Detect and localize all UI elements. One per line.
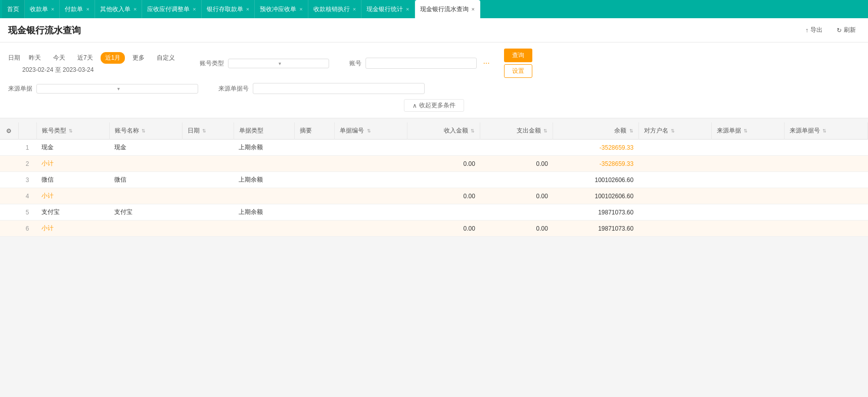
col-account-name[interactable]: 账号名称 ⇅ (109, 122, 182, 140)
nav-tab-prepaid[interactable]: 预收冲应收单 × (255, 0, 308, 18)
date-btn-today[interactable]: 今天 (49, 52, 70, 64)
col-doc-num[interactable]: 单据编号 ⇅ (335, 122, 407, 140)
source-doc-cell (711, 188, 784, 204)
doc-type-cell (234, 156, 295, 172)
row-number: 3 (18, 172, 36, 188)
source-doc-cell (711, 140, 784, 156)
nav-tab-adjust[interactable]: 应收应付调整单 × (142, 0, 201, 18)
close-icon[interactable]: × (193, 6, 196, 12)
collapse-button[interactable]: ∧ 收起更多条件 (404, 99, 464, 112)
col-source-doc-num[interactable]: 来源单据号 ⇅ (784, 122, 867, 140)
doc-num-cell (335, 140, 407, 156)
gear-cell (0, 156, 18, 172)
col-expense[interactable]: 支出金额 ⇅ (480, 122, 553, 140)
sort-icon: ⇅ (142, 128, 146, 134)
account-name-cell (109, 220, 182, 237)
table-row: 2 小计 0.00 0.00 -3528659.33 (0, 156, 868, 172)
date-filter-group: 日期 昨天 今天 近7天 近1月 更多 自定义 2023-02-24 至 202… (8, 52, 179, 74)
gear-column-header[interactable]: ⚙ (0, 122, 18, 140)
counterparty-cell (638, 172, 711, 188)
expense-cell (480, 140, 553, 156)
col-balance[interactable]: 余额 ⇅ (553, 122, 638, 140)
table-row: 1 现金 现金 上期余额 -3528659.33 (0, 140, 868, 156)
col-date[interactable]: 日期 ⇅ (182, 122, 234, 140)
expense-cell (480, 172, 553, 188)
header-actions: ↑ 导出 ↻ 刷新 (801, 24, 860, 36)
income-cell: 0.00 (407, 220, 480, 237)
page-title: 现金银行流水查询 (8, 24, 81, 36)
refresh-button[interactable]: ↻ 刷新 (833, 24, 860, 36)
close-icon[interactable]: × (353, 6, 356, 12)
close-icon[interactable]: × (133, 6, 136, 12)
date-btn-yesterday[interactable]: 昨天 (24, 52, 45, 64)
settings-button[interactable]: 设置 (504, 64, 532, 78)
chevron-down-icon: ▾ (279, 61, 325, 66)
summary-cell (295, 140, 335, 156)
query-button[interactable]: 查询 (504, 49, 532, 62)
row-number: 2 (18, 156, 36, 172)
source-doc-cell (711, 204, 784, 220)
date-btn-1month[interactable]: 近1月 (101, 52, 125, 64)
source-doc-select[interactable]: ▾ (36, 84, 198, 94)
account-input[interactable] (366, 58, 477, 69)
account-type-cell: 小计 (36, 220, 109, 237)
doc-type-cell: 上期余额 (234, 172, 295, 188)
date-btn-7days[interactable]: 近7天 (73, 52, 98, 64)
income-cell (407, 204, 480, 220)
top-nav: 首页 收款单 × 付款单 × 其他收入单 × 应收应付调整单 × 银行存取款单 … (0, 0, 868, 18)
source-doc-label: 来源单据 (8, 84, 32, 93)
counterparty-cell (638, 156, 711, 172)
close-icon[interactable]: × (299, 6, 302, 12)
nav-tab-other-income[interactable]: 其他收入单 × (95, 0, 142, 18)
col-income[interactable]: 收入金额 ⇅ (407, 122, 480, 140)
account-label: 账号 (349, 59, 361, 68)
action-buttons: 查询 设置 (504, 49, 532, 78)
more-options-icon[interactable]: ··· (481, 59, 491, 68)
col-source-doc[interactable]: 来源单据 ⇅ (711, 122, 784, 140)
row-number: 4 (18, 188, 36, 204)
chevron-up-icon: ∧ (413, 102, 417, 109)
col-counterparty[interactable]: 对方户名 ⇅ (638, 122, 711, 140)
sort-icon: ⇅ (629, 128, 633, 134)
nav-tab-bank-deposit[interactable]: 银行存取款单 × (202, 0, 255, 18)
account-name-cell: 现金 (109, 140, 182, 156)
doc-type-cell (234, 220, 295, 237)
data-table: ⚙ 账号类型 ⇅ 账号名称 ⇅ 日期 ⇅ 单据类型 摘要 单据编号 ⇅ 收入金额… (0, 122, 868, 237)
source-doc-num-input[interactable] (253, 83, 425, 94)
filter-area: 日期 昨天 今天 近7天 近1月 更多 自定义 2023-02-24 至 202… (0, 42, 868, 118)
nav-tab-verify[interactable]: 收款核销执行 × (308, 0, 361, 18)
nav-tab-stats[interactable]: 现金银行统计 × (361, 0, 415, 18)
close-icon[interactable]: × (51, 6, 54, 12)
col-account-type[interactable]: 账号类型 ⇅ (36, 122, 109, 140)
nav-tab-payment-label: 付款单 (65, 5, 83, 14)
close-icon[interactable]: × (472, 6, 475, 12)
nav-tab-home[interactable]: 首页 (2, 0, 25, 18)
nav-tab-receipt[interactable]: 收款单 × (25, 0, 60, 18)
sort-icon: ⇅ (823, 128, 827, 134)
table-row: 5 支付宝 支付宝 上期余额 19871073.60 (0, 204, 868, 220)
date-cell (182, 204, 234, 220)
sort-icon: ⇅ (744, 128, 748, 134)
gear-cell (0, 220, 18, 237)
balance-cell: -3528659.33 (553, 140, 638, 156)
expense-cell: 0.00 (480, 156, 553, 172)
nav-tab-other-income-label: 其他收入单 (100, 5, 130, 14)
account-type-cell: 小计 (36, 188, 109, 204)
sort-icon: ⇅ (69, 128, 73, 134)
nav-tab-payment[interactable]: 付款单 × (60, 0, 95, 18)
close-icon[interactable]: × (406, 6, 409, 12)
table-row: 4 小计 0.00 0.00 100102606.60 (0, 188, 868, 204)
close-icon[interactable]: × (246, 6, 249, 12)
date-btn-custom[interactable]: 自定义 (152, 52, 179, 64)
close-icon[interactable]: × (86, 6, 89, 12)
summary-cell (295, 220, 335, 237)
source-doc-cell (711, 220, 784, 237)
account-type-cell: 现金 (36, 140, 109, 156)
nav-tab-cashflow[interactable]: 现金银行流水查询 × (415, 0, 480, 18)
account-type-select[interactable]: ▾ (228, 59, 329, 68)
date-cell (182, 172, 234, 188)
date-btn-more[interactable]: 更多 (128, 52, 149, 64)
account-name-cell (109, 156, 182, 172)
income-cell (407, 140, 480, 156)
export-button[interactable]: ↑ 导出 (801, 24, 827, 36)
